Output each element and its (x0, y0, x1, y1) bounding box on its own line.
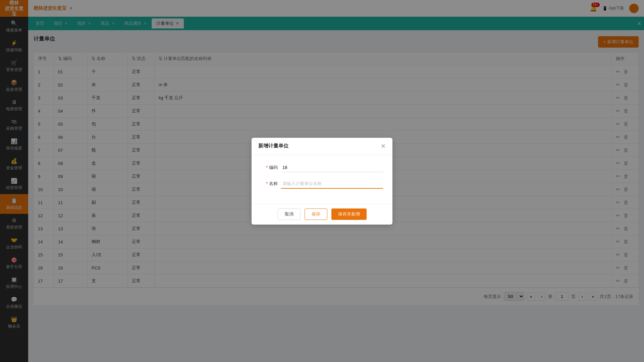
name-label: * 名称 (261, 181, 281, 187)
save-button[interactable]: 保存 (305, 208, 327, 220)
cancel-button[interactable]: 取消 (278, 208, 301, 220)
code-required-star: * (266, 165, 268, 170)
name-required-star: * (266, 181, 268, 186)
name-input[interactable] (281, 179, 383, 189)
modal-footer: 取消 保存 保存并新增 (252, 203, 392, 225)
code-label: * 编码 (261, 165, 281, 171)
modal-body: * 编码 * 名称 (252, 155, 392, 203)
save-new-button[interactable]: 保存并新增 (331, 208, 367, 220)
modal-header: 新增计量单位 ✕ (252, 138, 392, 155)
modal-title: 新增计量单位 (258, 143, 288, 149)
add-unit-modal: 新增计量单位 ✕ * 编码 * 名称 取消 保存 保存并新增 (252, 138, 392, 225)
code-input[interactable] (281, 163, 383, 172)
modal-overlay[interactable]: 新增计量单位 ✕ * 编码 * 名称 取消 保存 保存并新增 (0, 0, 644, 362)
code-form-row: * 编码 (261, 163, 383, 172)
modal-close-button[interactable]: ✕ (381, 142, 386, 150)
name-form-row: * 名称 (261, 179, 383, 189)
